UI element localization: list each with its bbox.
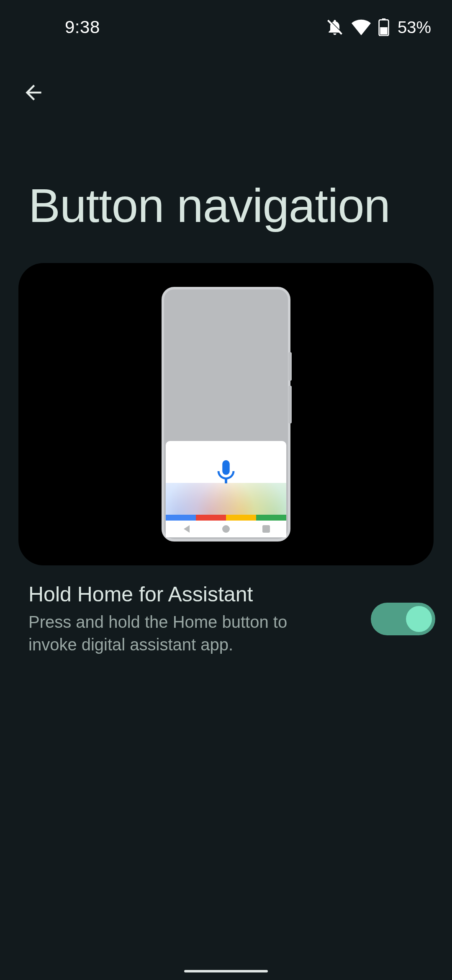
status-bar: 9:38 53% bbox=[0, 0, 452, 54]
nav-back-icon bbox=[182, 525, 190, 533]
page-title: Button navigation bbox=[28, 178, 390, 233]
demo-navbar bbox=[166, 521, 286, 537]
gesture-home-indicator[interactable] bbox=[184, 970, 268, 972]
illustration-card bbox=[18, 263, 434, 565]
nav-recent-icon bbox=[262, 525, 270, 533]
arrow-back-icon bbox=[22, 81, 45, 104]
status-right: 53% bbox=[326, 18, 431, 37]
hold-home-setting-row[interactable]: Hold Home for Assistant Press and hold t… bbox=[28, 582, 435, 656]
wifi-icon bbox=[352, 19, 371, 36]
do-not-disturb-icon bbox=[326, 18, 344, 36]
status-time: 9:38 bbox=[65, 17, 100, 37]
svg-rect-4 bbox=[380, 27, 388, 35]
svg-rect-3 bbox=[382, 18, 385, 20]
google-colors-bar bbox=[166, 515, 286, 521]
setting-description: Press and hold the Home button to invoke… bbox=[28, 611, 338, 656]
battery-icon bbox=[378, 18, 389, 36]
battery-percent: 53% bbox=[398, 18, 431, 37]
demo-phone-illustration bbox=[162, 287, 290, 542]
hold-home-toggle[interactable] bbox=[371, 603, 435, 635]
nav-home-icon bbox=[222, 525, 230, 533]
back-button[interactable] bbox=[13, 72, 54, 113]
assistant-panel-illustration bbox=[166, 441, 286, 521]
setting-text: Hold Home for Assistant Press and hold t… bbox=[28, 582, 371, 656]
microphone-icon bbox=[211, 458, 241, 489]
setting-title: Hold Home for Assistant bbox=[28, 582, 354, 606]
